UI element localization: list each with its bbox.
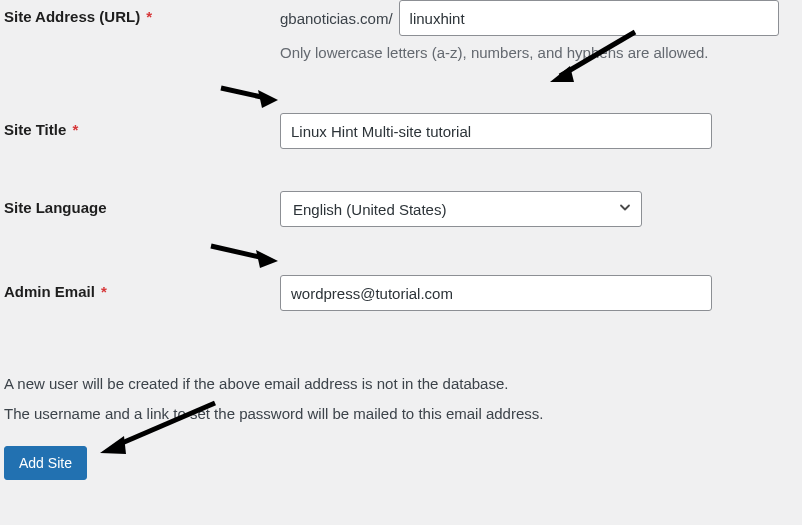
required-marker: * [72, 121, 78, 138]
row-site-language: Site Language English (United States) [0, 191, 802, 237]
submit-row: Add Site [0, 426, 802, 480]
site-address-hint: Only lowercase letters (a-z), numbers, a… [280, 44, 802, 61]
label-text: Site Address (URL) [4, 8, 140, 25]
row-admin-email: Admin Email * [0, 275, 802, 321]
url-prefix: gbanoticias.com/ [280, 10, 393, 27]
required-marker: * [101, 283, 107, 300]
label-text: Site Language [4, 199, 107, 216]
add-site-button[interactable]: Add Site [4, 446, 87, 480]
label-text: Site Title [4, 121, 66, 138]
admin-email-input[interactable] [280, 275, 712, 311]
field-site-address: gbanoticias.com/ Only lowercase letters … [280, 0, 802, 61]
row-site-title: Site Title * [0, 113, 802, 159]
row-site-address: Site Address (URL) * gbanoticias.com/ On… [0, 0, 802, 71]
info-line-1: A new user will be created if the above … [0, 367, 802, 397]
label-text: Admin Email [4, 283, 95, 300]
info-line-2: The username and a link to set the passw… [0, 397, 802, 427]
annotation-arrow-icon [206, 238, 286, 268]
field-admin-email [280, 275, 802, 311]
site-language-select[interactable]: English (United States) [280, 191, 642, 227]
select-wrap: English (United States) [280, 191, 642, 227]
site-title-input[interactable] [280, 113, 712, 149]
annotation-arrow-icon [216, 80, 286, 110]
label-site-title: Site Title * [0, 113, 280, 138]
label-site-language: Site Language [0, 191, 280, 216]
info-text-block: A new user will be created if the above … [0, 367, 802, 426]
required-marker: * [146, 8, 152, 25]
label-admin-email: Admin Email * [0, 275, 280, 300]
field-site-language: English (United States) [280, 191, 802, 227]
site-address-input[interactable] [399, 0, 779, 36]
label-site-address: Site Address (URL) * [0, 0, 280, 25]
field-site-title [280, 113, 802, 149]
